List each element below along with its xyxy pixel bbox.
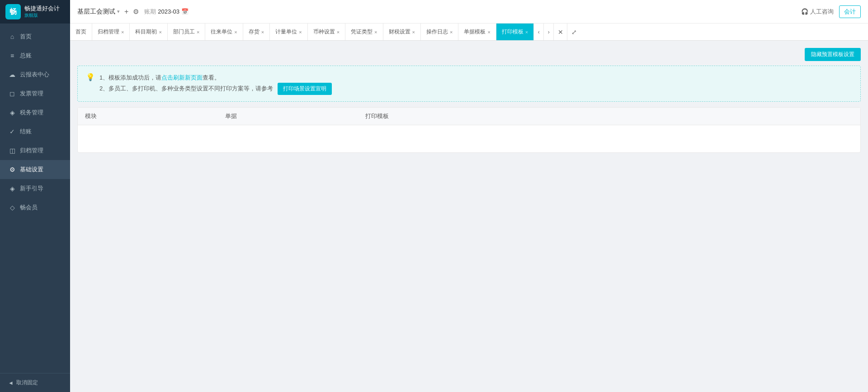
tab-department-close-icon[interactable]: ×	[197, 29, 199, 35]
tab-archive[interactable]: 归档管理 ×	[92, 24, 130, 41]
sidebar-item-reports[interactable]: ☁ 云报表中心	[0, 65, 70, 84]
company-name: 基层工会测试	[77, 8, 115, 16]
tab-bar: 首页 归档管理 × 科目期初 × 部门员工 × 往来单位 × 存货 × 计量单位…	[70, 24, 868, 41]
help-button[interactable]: 🎧 人工咨询	[801, 8, 834, 16]
tab-subjects-label: 科目期初	[135, 28, 157, 36]
tab-print-close-icon[interactable]: ×	[525, 29, 528, 35]
sidebar-item-checkout[interactable]: ✓ 结账	[0, 122, 70, 141]
sidebar-unpin[interactable]: ◄ 取消固定	[0, 373, 70, 392]
info-line1-prefix: 1、模板添加成功后，请	[99, 74, 161, 81]
info-text-block: 1、模板添加成功后，请点击刷新新页面查看。 2、多员工、多打印机、多种业务类型设…	[99, 72, 852, 95]
sidebar-item-settings[interactable]: ⚙ 基础设置	[0, 160, 70, 179]
sidebar-label-ledger: 总账	[20, 52, 32, 60]
tab-voucher-label: 凭证类型	[351, 28, 373, 36]
tab-next-button[interactable]: ›	[544, 24, 554, 41]
tab-unit[interactable]: 计量单位 ×	[270, 24, 307, 41]
reports-icon: ☁	[8, 71, 16, 79]
tab-oplog[interactable]: 操作日志 ×	[421, 24, 458, 41]
sidebar-item-guide[interactable]: ◈ 新手引导	[0, 179, 70, 198]
tab-currency-label: 币种设置	[313, 28, 335, 36]
tab-print[interactable]: 打印模板 ×	[496, 24, 534, 41]
explain-button[interactable]: 打印场景设置宣明	[278, 83, 332, 95]
tab-voucher-close-icon[interactable]: ×	[374, 29, 377, 35]
headset-icon: 🎧	[801, 8, 808, 15]
tab-inventory-close-icon[interactable]: ×	[261, 29, 264, 35]
tab-currency-close-icon[interactable]: ×	[337, 29, 340, 35]
sidebar-label-invoice: 发票管理	[20, 90, 43, 98]
tab-print-label: 打印模板	[502, 28, 524, 36]
tab-counterpart-close-icon[interactable]: ×	[234, 29, 237, 35]
sidebar-item-invoice[interactable]: ◻ 发票管理	[0, 84, 70, 103]
tab-oplog-label: 操作日志	[426, 28, 448, 36]
tab-expand-button[interactable]: ⤢	[567, 24, 581, 41]
info-line1-suffix: 查看。	[203, 74, 220, 81]
info-box: 💡 1、模板添加成功后，请点击刷新新页面查看。 2、多员工、多打印机、多种业务类…	[77, 66, 861, 102]
sidebar-label-archive: 归档管理	[20, 146, 43, 155]
tab-subjects[interactable]: 科目期初 ×	[130, 24, 167, 41]
table-header-print-template: 打印模板	[358, 112, 860, 120]
top-header: 基层工会测试 ▾ + ⚙ 账期 2023-03 📅 🎧 人工咨询 会计	[70, 0, 868, 24]
sidebar-nav: ⌂ 首页 ≡ 总账 ☁ 云报表中心 ◻ 发票管理 ◈ 税务管理 ✓ 结账 ◫ 归…	[0, 24, 70, 373]
tab-archive-close-icon[interactable]: ×	[121, 29, 124, 35]
tab-oplog-close-icon[interactable]: ×	[450, 29, 453, 35]
tab-currency[interactable]: 币种设置 ×	[308, 24, 345, 41]
logo-icon: 畅	[5, 4, 21, 19]
home-icon: ⌂	[8, 33, 16, 41]
calendar-icon[interactable]: 📅	[181, 8, 189, 15]
tab-inventory[interactable]: 存货 ×	[243, 24, 270, 41]
tab-home-label: 首页	[75, 28, 86, 36]
tab-department[interactable]: 部门员工 ×	[168, 24, 205, 41]
tab-subjects-close-icon[interactable]: ×	[159, 29, 161, 35]
kuaiji-button[interactable]: 会计	[839, 5, 861, 18]
tab-department-label: 部门员工	[173, 28, 195, 36]
account-period: 账期 2023-03 📅	[144, 8, 189, 16]
sidebar-item-home[interactable]: ⌂ 首页	[0, 27, 70, 46]
tab-fintax[interactable]: 财税设置 ×	[383, 24, 421, 41]
company-selector[interactable]: 基层工会测试 ▾	[77, 8, 120, 16]
sidebar-item-member[interactable]: ◇ 畅会员	[0, 198, 70, 217]
data-table: 模块 单据 打印模板	[77, 107, 861, 153]
sidebar-item-tax[interactable]: ◈ 税务管理	[0, 103, 70, 122]
company-dropdown-arrow-icon: ▾	[117, 9, 120, 14]
info-refresh-link[interactable]: 点击刷新新页面	[161, 74, 203, 81]
table-header-document: 单据	[218, 112, 358, 120]
tax-icon: ◈	[8, 109, 16, 117]
guide-icon: ◈	[8, 184, 16, 193]
help-label: 人工咨询	[810, 8, 834, 16]
header-settings-icon[interactable]: ⚙	[133, 8, 139, 16]
sidebar-label-settings: 基础设置	[20, 165, 43, 174]
tab-template[interactable]: 单据模板 ×	[458, 24, 496, 41]
tab-counterpart[interactable]: 往来单位 ×	[205, 24, 243, 41]
tab-unit-close-icon[interactable]: ×	[299, 29, 302, 35]
logo-version: 旗舰版	[24, 12, 60, 19]
period-value: 2023-03	[158, 8, 179, 15]
info-line-2: 2、多员工、多打印机、多种业务类型设置不同打印方案等，请参考 打印场景设置宣明	[99, 83, 852, 95]
add-tab-button[interactable]: +	[124, 8, 128, 16]
sidebar-label-guide: 新手引导	[20, 184, 43, 193]
hide-preview-button[interactable]: 隐藏预置模板设置	[805, 48, 861, 61]
main-area: 基层工会测试 ▾ + ⚙ 账期 2023-03 📅 🎧 人工咨询 会计 首页 归…	[70, 0, 868, 392]
action-bar: 隐藏预置模板设置	[77, 48, 861, 61]
logo-name: 畅捷通好会计	[24, 5, 60, 13]
ledger-icon: ≡	[8, 52, 16, 60]
tab-template-close-icon[interactable]: ×	[487, 29, 490, 35]
invoice-icon: ◻	[8, 90, 16, 98]
table-header-module: 模块	[78, 112, 218, 120]
sidebar-label-checkout: 结账	[20, 128, 32, 136]
tab-prev-button[interactable]: ‹	[534, 24, 544, 41]
settings-icon: ⚙	[8, 165, 16, 174]
tab-close-all-button[interactable]: ✕	[554, 24, 567, 41]
sidebar-item-ledger[interactable]: ≡ 总账	[0, 46, 70, 65]
tab-voucher[interactable]: 凭证类型 ×	[345, 24, 383, 41]
sidebar-label-tax: 税务管理	[20, 109, 43, 117]
tab-template-label: 单据模板	[464, 28, 486, 36]
tab-fintax-close-icon[interactable]: ×	[412, 29, 415, 35]
archive-icon: ◫	[8, 146, 16, 155]
tab-home[interactable]: 首页	[70, 24, 92, 41]
table-body	[78, 125, 860, 152]
tab-unit-label: 计量单位	[275, 28, 297, 36]
period-label: 账期	[144, 8, 156, 16]
sidebar: 畅 畅捷通好会计 旗舰版 ⌂ 首页 ≡ 总账 ☁ 云报表中心 ◻ 发票管理 ◈ …	[0, 0, 70, 392]
logo-text-block: 畅捷通好会计 旗舰版	[24, 5, 60, 19]
sidebar-item-archive[interactable]: ◫ 归档管理	[0, 141, 70, 160]
